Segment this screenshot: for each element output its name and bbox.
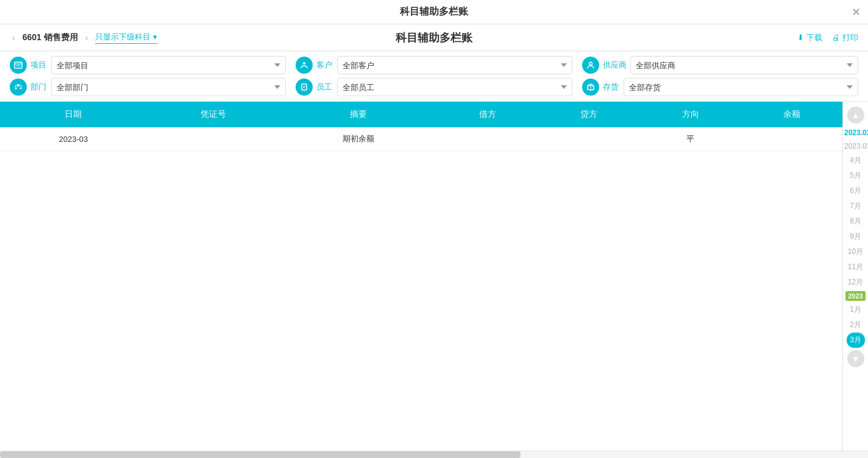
customer-select[interactable]: 全部客户: [337, 56, 572, 74]
svg-rect-7: [302, 84, 307, 90]
cell-credit: [538, 127, 639, 151]
cell-summary: 期初余额: [280, 127, 437, 151]
toolbar-right: ⬇ 下载 🖨 打印: [797, 32, 858, 43]
next-account-button[interactable]: ›: [83, 32, 91, 44]
department-select[interactable]: 全部部门: [51, 78, 286, 96]
col-voucher: 凭证号: [147, 102, 280, 127]
sidebar-down-arrow[interactable]: ▼: [847, 350, 864, 367]
inventory-label: 存货: [603, 82, 620, 93]
filter-item-employee: 员工 全部员工: [296, 78, 572, 96]
svg-point-3: [589, 62, 592, 65]
print-button[interactable]: 🖨 打印: [832, 32, 858, 43]
sidebar-month-2[interactable]: 2月: [843, 317, 868, 333]
sidebar-month-3-active[interactable]: 3月: [847, 333, 865, 348]
sidebar-month-4[interactable]: 4月: [843, 153, 868, 168]
col-date: 日期: [0, 102, 147, 127]
page-title: 科目辅助多栏账: [396, 30, 472, 45]
sidebar-month-1[interactable]: 1月: [843, 302, 868, 317]
account-code: 6601 销售费用: [23, 32, 78, 43]
horizontal-scrollbar[interactable]: [0, 451, 868, 458]
filters-panel: 项目 全部项目 客户 全部客户 供应商 全部供应商: [0, 51, 868, 102]
print-icon: 🖨: [832, 33, 840, 42]
filter-item-inventory: 存货 全部存货: [582, 78, 858, 96]
sidebar-month-9[interactable]: 9月: [843, 229, 868, 244]
col-credit: 贷方: [538, 102, 639, 127]
sidebar-month-10[interactable]: 10月: [843, 244, 868, 259]
ledger-table: 日期 凭证号 摘要 借方 贷方 方向 余额 2023-03期初余额平: [0, 102, 842, 151]
col-direction: 方向: [639, 102, 741, 127]
cell-date: 2023-03: [0, 127, 147, 151]
supplier-select[interactable]: 全部供应商: [630, 56, 858, 74]
supplier-icon: [582, 57, 599, 74]
sidebar-month-2023-03-top[interactable]: 2023.03: [843, 126, 868, 139]
project-icon: [10, 57, 27, 74]
year-badge: 2023: [845, 291, 865, 301]
close-button[interactable]: ✕: [852, 5, 861, 19]
sidebar-month-5[interactable]: 5月: [843, 168, 868, 183]
print-label: 打印: [842, 32, 858, 43]
sidebar-month-6[interactable]: 6月: [843, 183, 868, 199]
sub-account-arrow-icon: ▾: [153, 32, 157, 41]
sidebar-month-11[interactable]: 11月: [843, 259, 868, 275]
sidebar-month-2023-03-dup[interactable]: 2023.03: [843, 139, 868, 153]
table-row: 2023-03期初余额平: [0, 127, 842, 151]
svg-point-5: [15, 88, 17, 90]
table-area[interactable]: 日期 凭证号 摘要 借方 贷方 方向 余额 2023-03期初余额平: [0, 102, 842, 451]
customer-icon: [296, 57, 313, 74]
download-icon: ⬇: [797, 33, 804, 42]
inventory-select[interactable]: 全部存货: [624, 78, 858, 96]
svg-point-6: [20, 88, 22, 90]
sub-account-label: 只显示下级科目: [95, 32, 151, 43]
employee-label: 员工: [316, 82, 333, 93]
col-balance: 余额: [741, 102, 842, 127]
cell-balance: [741, 127, 842, 151]
download-button[interactable]: ⬇ 下载: [797, 32, 822, 43]
col-summary: 摘要: [280, 102, 437, 127]
main-content: 日期 凭证号 摘要 借方 贷方 方向 余额 2023-03期初余额平 ▲ 202…: [0, 102, 868, 451]
svg-rect-0: [15, 62, 22, 68]
table-header-row: 日期 凭证号 摘要 借方 贷方 方向 余额: [0, 102, 842, 127]
scrollbar-thumb[interactable]: [0, 451, 521, 458]
sidebar-up-arrow[interactable]: ▲: [847, 107, 864, 124]
main-window: 科目辅助多栏账 ✕ ‹ 6601 销售费用 › 只显示下级科目 ▾ 科目辅助多栏…: [0, 0, 868, 458]
employee-icon: [296, 79, 313, 96]
toolbar: ‹ 6601 销售费用 › 只显示下级科目 ▾ 科目辅助多栏账 ⬇ 下载 🖨 打…: [0, 24, 868, 51]
customer-label: 客户: [316, 60, 333, 71]
sidebar-month-12[interactable]: 12月: [843, 275, 868, 290]
filter-item-customer: 客户 全部客户: [296, 56, 572, 74]
project-label: 项目: [30, 60, 48, 71]
title-bar: 科目辅助多栏账 ✕: [0, 0, 868, 24]
download-label: 下载: [806, 32, 822, 43]
filter-item-department: 部门 全部部门: [10, 78, 286, 96]
department-icon: [10, 79, 27, 96]
filter-item-supplier: 供应商 全部供应商: [582, 56, 858, 74]
department-label: 部门: [30, 82, 48, 93]
project-select[interactable]: 全部项目: [51, 56, 286, 74]
sidebar-month-7[interactable]: 7月: [843, 199, 868, 214]
supplier-label: 供应商: [603, 60, 627, 71]
inventory-icon: [582, 79, 599, 96]
col-debit: 借方: [437, 102, 538, 127]
cell-debit: [437, 127, 538, 151]
filter-item-project: 项目 全部项目: [10, 56, 286, 74]
sub-account-toggle[interactable]: 只显示下级科目 ▾: [95, 32, 157, 44]
prev-account-button[interactable]: ‹: [10, 32, 18, 44]
employee-select[interactable]: 全部员工: [337, 78, 572, 96]
sidebar-month-8[interactable]: 8月: [843, 214, 868, 229]
right-sidebar: ▲ 2023.03 2023.03 4月 5月 6月 7月 8月 9月 10月 …: [842, 102, 868, 451]
cell-voucher: [147, 127, 280, 151]
window-title: 科目辅助多栏账: [400, 5, 468, 18]
cell-direction: 平: [639, 127, 741, 151]
